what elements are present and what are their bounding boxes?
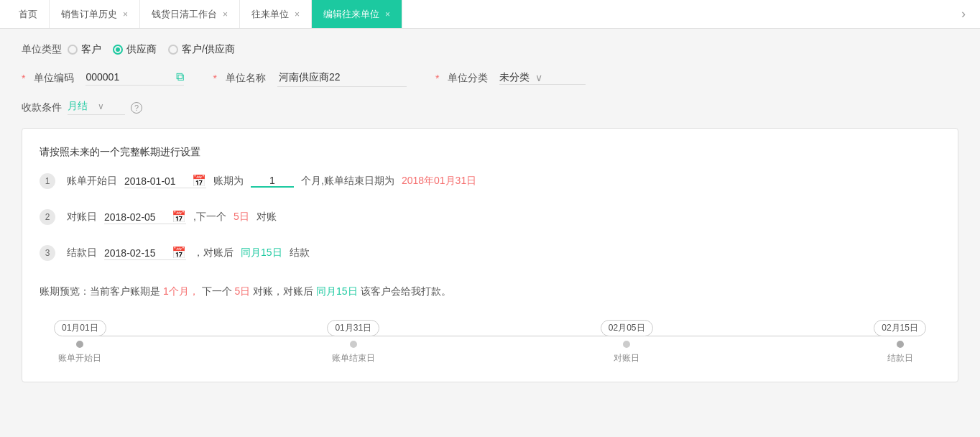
tab-cash-ledger[interactable]: 钱货日清工作台 × bbox=[140, 0, 240, 28]
timeline-node-2: 01月31日 账单结束日 bbox=[327, 320, 379, 364]
tab-partner-units[interactable]: 往来单位 × bbox=[240, 0, 312, 28]
close-icon[interactable]: × bbox=[223, 9, 228, 19]
payment-terms-value: 月结 bbox=[68, 100, 95, 113]
step-num-3: 3 bbox=[40, 245, 55, 261]
date-field-3[interactable] bbox=[104, 247, 169, 259]
step-row-2: 2 对账日 📅 ,下一个 5日 对账 bbox=[40, 209, 940, 225]
unit-type-radio-group: 客户 供应商 客户/供应商 bbox=[68, 43, 235, 56]
calendar-icon-2[interactable]: 📅 bbox=[172, 210, 186, 224]
timeline-date-4: 02月15日 bbox=[874, 320, 926, 336]
date-input-1: 📅 bbox=[124, 174, 206, 188]
tab-sales-order-history[interactable]: 销售订单历史 × bbox=[50, 0, 140, 28]
step-row-1: 1 账单开始日 📅 账期为 个月,账单结束日期为 2018年01月31日 bbox=[40, 173, 940, 189]
main-content: 单位类型 客户 供应商 客户/供应商 * 单位编码 ⧉ bbox=[0, 29, 980, 437]
radio-customer[interactable]: 客户 bbox=[68, 43, 101, 56]
timeline-dot-1 bbox=[76, 341, 83, 348]
preview-middle2: 对账，对账后 bbox=[253, 285, 313, 297]
unit-name-input[interactable] bbox=[277, 69, 407, 87]
period-prefix: 账期为 bbox=[213, 175, 244, 188]
date-input-3: 📅 bbox=[104, 246, 186, 260]
payment-terms-label: 收款条件 bbox=[22, 101, 62, 114]
timeline-node-1: 01月01日 账单开始日 bbox=[54, 320, 106, 364]
step-label-1: 账单开始日 bbox=[67, 175, 117, 188]
step3-highlight: 同月15日 bbox=[241, 247, 282, 259]
tabs-bar: 首页 销售订单历史 × 钱货日清工作台 × 往来单位 × 编辑往来单位 × › bbox=[0, 0, 980, 29]
unit-code-input[interactable] bbox=[85, 71, 172, 83]
step-num-1: 1 bbox=[40, 173, 55, 189]
step2-highlight: 5日 bbox=[234, 211, 249, 224]
panel-title: 请按照未来的一个完整帐期进行设置 bbox=[40, 146, 940, 159]
tab-cash-label: 钱货日清工作台 bbox=[152, 8, 217, 21]
calendar-icon-1[interactable]: 📅 bbox=[192, 174, 206, 188]
unit-class-chevron-icon: ∨ bbox=[535, 72, 542, 83]
payment-terms-dropdown[interactable]: 月结 ∨ bbox=[68, 100, 125, 115]
timeline: 01月01日 账单开始日 01月31日 账单结束日 02月05日 对账日 bbox=[54, 320, 926, 364]
timeline-node-3: 02月05日 对账日 bbox=[601, 320, 653, 364]
timeline-label-4: 结款日 bbox=[887, 352, 913, 364]
help-icon[interactable]: ? bbox=[131, 102, 142, 114]
preview-highlight3: 同月15日 bbox=[316, 285, 358, 297]
timeline-date-1: 01月01日 bbox=[54, 320, 106, 336]
timeline-label-3: 对账日 bbox=[614, 352, 639, 364]
copy-icon[interactable]: ⧉ bbox=[176, 70, 184, 83]
tab-edit-partner-unit[interactable]: 编辑往来单位 × bbox=[312, 0, 402, 28]
unit-class-label: 单位分类 bbox=[448, 72, 488, 85]
payment-terms-row: 收款条件 月结 ∨ ? bbox=[22, 100, 958, 115]
step2-prefix: ,下一个 bbox=[193, 211, 226, 224]
radio-supplier-circle bbox=[113, 45, 123, 55]
unit-info-row: * 单位编码 ⧉ * 单位名称 * 单位分类 未分类 ∨ bbox=[22, 69, 958, 87]
unit-class-star: * bbox=[435, 73, 439, 84]
unit-class-value: 未分类 bbox=[499, 71, 530, 84]
unit-code-input-wrap: ⧉ bbox=[85, 70, 184, 86]
close-icon[interactable]: × bbox=[123, 9, 128, 19]
step-label-3: 结款日 bbox=[67, 247, 97, 259]
preview-highlight1: 1个月， bbox=[163, 285, 199, 297]
step3-prefix: ，对账后 bbox=[193, 247, 234, 259]
timeline-dot-3 bbox=[623, 341, 630, 348]
calendar-icon-3[interactable]: 📅 bbox=[172, 246, 186, 259]
radio-customer-supplier[interactable]: 客户/供应商 bbox=[168, 43, 235, 56]
preview-section: 账期预览：当前客户账期是 1个月， 下一个 5日 对账，对账后 同月15日 该客… bbox=[40, 275, 940, 298]
radio-customer-supplier-circle bbox=[168, 45, 178, 55]
period-end-date: 2018年01月31日 bbox=[402, 175, 476, 188]
preview-highlight2: 5日 bbox=[234, 285, 250, 297]
timeline-date-3: 02月05日 bbox=[601, 320, 653, 336]
timeline-date-2: 01月31日 bbox=[327, 320, 379, 336]
close-icon[interactable]: × bbox=[385, 9, 390, 19]
timeline-dot-2 bbox=[350, 341, 357, 348]
date-field-1[interactable] bbox=[124, 175, 189, 187]
tab-home[interactable]: 首页 bbox=[7, 0, 50, 28]
payment-terms-chevron-icon: ∨ bbox=[98, 101, 125, 111]
step3-suffix: 结款 bbox=[290, 247, 310, 259]
close-icon[interactable]: × bbox=[295, 9, 300, 19]
step-num-2: 2 bbox=[40, 209, 55, 225]
timeline-label-1: 账单开始日 bbox=[58, 352, 101, 364]
unit-class-dropdown[interactable]: 未分类 ∨ bbox=[499, 71, 586, 85]
timeline-node-4: 02月15日 结款日 bbox=[874, 320, 926, 364]
tab-partner-label: 往来单位 bbox=[251, 8, 289, 21]
tab-home-label: 首页 bbox=[19, 8, 37, 21]
step-content-2: 对账日 📅 ,下一个 5日 对账 bbox=[67, 210, 277, 224]
unit-name-star: * bbox=[213, 73, 216, 84]
date-field-2[interactable] bbox=[104, 211, 169, 223]
unit-type-label: 单位类型 bbox=[22, 43, 62, 56]
period-input[interactable] bbox=[251, 175, 294, 188]
timeline-container: 01月01日 账单开始日 01月31日 账单结束日 02月05日 对账日 bbox=[40, 320, 940, 364]
unit-type-row: 单位类型 客户 供应商 客户/供应商 bbox=[22, 43, 958, 56]
radio-customer-circle bbox=[68, 45, 78, 55]
tab-edit-label: 编辑往来单位 bbox=[323, 8, 379, 21]
period-settings-panel: 请按照未来的一个完整帐期进行设置 1 账单开始日 📅 账期为 个月,账单结束日期… bbox=[22, 128, 958, 382]
tab-sales-label: 销售订单历史 bbox=[61, 8, 117, 21]
preview-suffix: 该客户会给我打款。 bbox=[361, 285, 451, 297]
radio-supplier[interactable]: 供应商 bbox=[113, 43, 157, 56]
step-row-3: 3 结款日 📅 ，对账后 同月15日 结款 bbox=[40, 245, 940, 261]
unit-name-label: 单位名称 bbox=[226, 72, 266, 85]
unit-code-star: * bbox=[22, 73, 25, 84]
step2-suffix: 对账 bbox=[256, 211, 277, 224]
date-input-2: 📅 bbox=[104, 210, 186, 224]
preview-middle: 下一个 bbox=[202, 285, 232, 297]
tab-expand-button[interactable]: › bbox=[954, 6, 973, 22]
step-content-1: 账单开始日 📅 账期为 个月,账单结束日期为 2018年01月31日 bbox=[67, 174, 476, 188]
timeline-dot-4 bbox=[897, 341, 904, 348]
unit-code-label: 单位编码 bbox=[34, 72, 74, 85]
